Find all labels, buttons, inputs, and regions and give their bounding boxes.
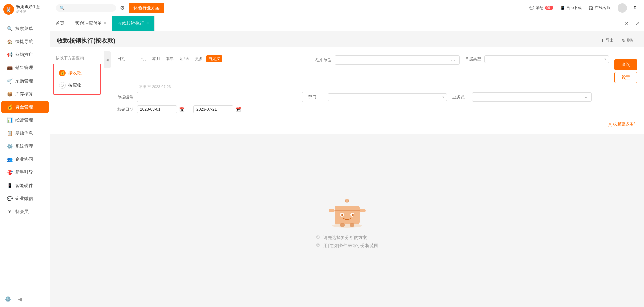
verify-date-start-input[interactable] [137, 105, 177, 113]
receivable-icon: ⏱ [59, 82, 66, 89]
customer-service-item[interactable]: 🎧 在线客服 [588, 5, 611, 11]
date-option-this-year[interactable]: 本年 [164, 55, 176, 62]
date-option-7days[interactable]: 近7天 [177, 55, 192, 62]
message-icon: 💬 [529, 6, 534, 10]
svg-rect-13 [350, 223, 354, 227]
tab-prepay-close[interactable]: ✕ [104, 21, 107, 25]
tab-home-label: 首页 [56, 20, 64, 27]
sidebar-item-sales[interactable]: 💼 销售管理 [1, 61, 49, 74]
message-label: 消息 [536, 5, 544, 11]
settings-filter-button[interactable]: 设置 [614, 72, 637, 83]
sidebar-item-member[interactable]: V 畅会员 [1, 205, 49, 218]
header-search-icon: 🔍 [60, 6, 65, 10]
sidebar-item-quick-nav[interactable]: 🏠 快捷导航 [1, 35, 49, 48]
settings-bottom-icon[interactable]: ⚙️ [3, 294, 13, 304]
svg-rect-12 [340, 223, 345, 227]
doctype-select[interactable]: ▾ [484, 55, 609, 63]
sidebar-item-sales-label: 销售管理 [15, 65, 33, 71]
dept-field-label: 部门 [308, 94, 326, 100]
verify-date-range: 📅 — 📅 [137, 105, 241, 113]
refresh-button[interactable]: ↻ 刷新 [619, 36, 637, 45]
sidebar-item-hardware[interactable]: 📱 智能硬件 [1, 179, 49, 192]
logo-sub: 标准版 [16, 10, 40, 14]
tabs-controls: ✕ ⤢ [620, 16, 644, 31]
main-area: 🔍 ⚙ 体验行业方案 💬 消息 99+ 📱 App下载 🎧 在线客服 Rit [50, 0, 644, 307]
dept-select[interactable]: ▾ [328, 93, 447, 101]
sidebar-item-search-label: 搜索菜单 [15, 25, 33, 32]
header-gear-icon[interactable]: ⚙ [120, 5, 125, 11]
filter-option-by-receipt[interactable]: 💰 按收款 [54, 67, 100, 79]
verify-date-end-input[interactable] [193, 105, 233, 113]
doctype-field-label: 单据类型 [465, 56, 482, 62]
tab-collection-close[interactable]: ✕ [146, 21, 149, 25]
svg-point-7 [352, 214, 354, 216]
tab-prepay[interactable]: 预付冲应付单 ✕ [70, 16, 112, 31]
tab-home[interactable]: 首页 [50, 16, 70, 31]
app-download-label: App下载 [567, 5, 582, 11]
message-badge: 99+ [545, 6, 553, 10]
tab-expand-btn[interactable]: ⤢ [633, 19, 641, 28]
empty-hint-1: ① 请先选择要分析的方案 [316, 235, 378, 241]
sidebar-item-system[interactable]: ⚙️ 系统管理 [1, 140, 49, 153]
filter-option-by-receivable[interactable]: ⏱ 按应收 [54, 79, 100, 91]
salesperson-input[interactable]: ··· [472, 92, 592, 102]
sidebar-item-basic-info[interactable]: 📋 基础信息 [1, 127, 49, 140]
page-title: 收款核销执行(按收款) [57, 37, 115, 45]
verify-date-end-calendar-icon[interactable]: 📅 [235, 107, 241, 112]
sidebar-item-operations[interactable]: 📊 经营管理 [1, 114, 49, 126]
message-icon-item[interactable]: 💬 消息 99+ [529, 5, 553, 11]
header-search-bar[interactable]: 🔍 [56, 4, 116, 12]
counterpart-field-label: 往来单位 [315, 57, 333, 63]
finance-icon: 💰 [7, 104, 13, 110]
filter-option-by-receivable-label: 按应收 [68, 82, 82, 88]
user-avatar[interactable] [618, 3, 627, 13]
filter-sidebar-collapse-btn[interactable]: ◀ [104, 51, 111, 68]
sidebar-item-newbie[interactable]: 🎯 新手引导 [1, 166, 49, 179]
logo-icon: 🐰 [3, 4, 14, 15]
collab-icon: 👥 [7, 156, 13, 162]
app-download-icon: 📱 [560, 6, 565, 10]
counterpart-dots-icon[interactable]: ··· [450, 57, 457, 63]
sidebar-item-wechat[interactable]: 💬 企业微信 [1, 192, 49, 205]
sidebar-item-collab-label: 企业协同 [15, 156, 33, 162]
date-option-last-month[interactable]: 上月 [137, 55, 149, 62]
sidebar-item-collab[interactable]: 👥 企业协同 [1, 153, 49, 166]
sidebar-item-inventory-label: 库存核算 [15, 91, 33, 97]
docno-input[interactable] [137, 92, 303, 102]
sidebar-item-purchase[interactable]: 🛒 采购管理 [1, 74, 49, 87]
date-option-this-month[interactable]: 本月 [150, 55, 162, 62]
query-button[interactable]: 查询 [614, 59, 637, 70]
sidebar-item-inventory[interactable]: 📦 库存核算 [1, 88, 49, 100]
tab-prepay-label: 预付冲应付单 [75, 20, 102, 27]
solution-button[interactable]: 体验行业方案 [129, 3, 164, 13]
refresh-label: 刷新 [627, 38, 635, 43]
sidebar-item-finance[interactable]: 💰 资金管理 [1, 101, 49, 113]
query-buttons-area: 查询 设置 [614, 55, 637, 83]
sidebar-item-search[interactable]: 🔍 搜索菜单 [1, 22, 49, 35]
dept-arrow-icon: ▾ [442, 95, 444, 99]
date-option-custom[interactable]: 自定义 [206, 55, 222, 62]
export-button[interactable]: ⬆ 导出 [598, 36, 616, 45]
hardware-icon: 📱 [7, 183, 13, 189]
collapse-more-btn[interactable]: ⋀ 收起更多条件 [111, 120, 644, 130]
salesperson-dots-icon[interactable]: ··· [582, 94, 589, 100]
date-option-more[interactable]: 更多 [193, 55, 205, 62]
filter-option-by-receipt-label: 按收款 [68, 70, 82, 76]
inventory-icon: 📦 [7, 91, 13, 97]
collapse-sidebar-icon[interactable]: ◀ [15, 294, 25, 304]
doctype-arrow-icon: ▾ [604, 57, 606, 61]
counterpart-input[interactable]: ··· [335, 55, 460, 65]
svg-point-6 [341, 214, 343, 216]
tab-close-all-btn[interactable]: ✕ [623, 19, 631, 28]
verify-date-start-calendar-icon[interactable]: 📅 [179, 107, 185, 112]
page-header: 收款核销执行(按收款) ⬆ 导出 ↻ 刷新 [50, 31, 644, 47]
date-no-limit-label: 不限 至 2023-07-26 [139, 84, 637, 89]
sidebar-item-marketing[interactable]: 📢 营销推广 [1, 48, 49, 61]
date-field-label: 日期 [117, 56, 135, 62]
sidebar-item-marketing-label: 营销推广 [15, 52, 33, 58]
tab-collection[interactable]: 收款核销执行 ✕ [112, 16, 155, 31]
tabs-bar: 首页 预付冲应付单 ✕ 收款核销执行 ✕ ✕ ⤢ [50, 16, 644, 31]
app-download-item[interactable]: 📱 App下载 [560, 5, 582, 11]
wechat-icon: 💬 [7, 196, 13, 202]
filter-sidebar: 按以下方案查询 💰 按收款 ⏱ 按应收 [50, 51, 104, 130]
